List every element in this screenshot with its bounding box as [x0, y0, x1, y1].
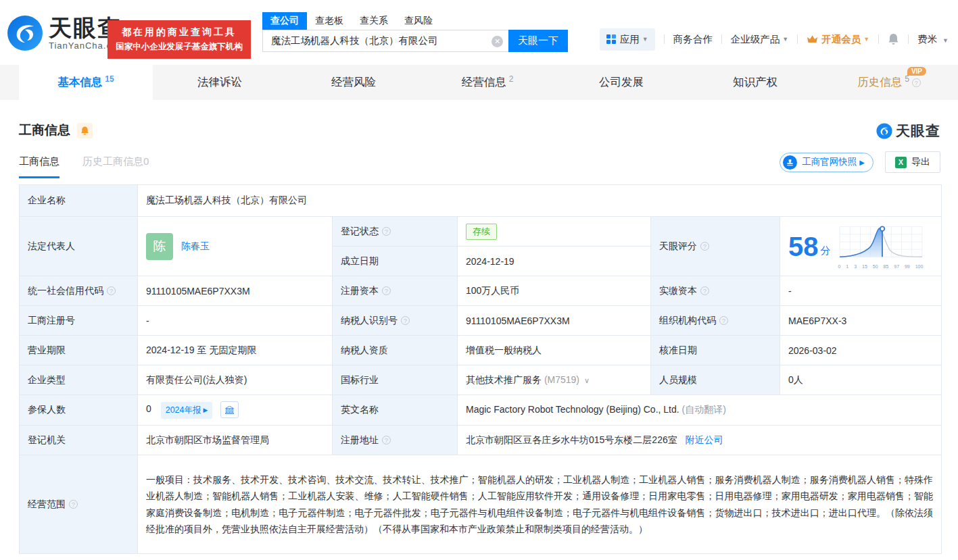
apps-menu[interactable]: 应用 ▼ [600, 28, 655, 51]
promo-banner: 都在用的商业查询工具 国家中小企业发展子基金旗下机构 [107, 20, 251, 59]
legal-rep-name-link[interactable]: 陈春玉 [181, 240, 210, 253]
tab-basic-info[interactable]: 基本信息 15 [19, 65, 153, 100]
reg-authority-label: 登记机关 [20, 426, 138, 455]
legal-rep-label: 法定代表人 [20, 217, 138, 276]
taxpayer-quality-label: 纳税人资质 [333, 336, 458, 365]
section-title: 工商信息 [19, 122, 70, 139]
export-button[interactable]: X 导出 [885, 151, 940, 173]
label-text: 注册资本 [341, 285, 379, 296]
label-text: 统一社会信用代码 [28, 285, 103, 296]
nearby-companies-link[interactable]: 附近公司 [686, 434, 723, 445]
reg-number-value: - [138, 306, 333, 336]
label-text: 纳税人识别号 [341, 315, 398, 326]
tab-history-info[interactable]: VIP 历史信息 5 ? [822, 65, 956, 100]
establish-date-value: 2024-12-19 [458, 247, 651, 276]
business-term-label: 营业期限 [20, 336, 138, 365]
tab-label: 公司发展 [599, 75, 644, 90]
help-icon[interactable]: ? [382, 436, 391, 444]
help-icon[interactable]: ? [382, 286, 391, 295]
taxpayer-id-value: 91110105MAE6P7XX3M [458, 306, 651, 336]
tab-company-development[interactable]: 公司发展 [554, 65, 688, 100]
credit-code-value: 91110105MAE6P7XX3M [138, 276, 333, 306]
reg-capital-value: 100万人民币 [458, 276, 651, 306]
help-icon[interactable]: ? [912, 78, 921, 87]
chevron-down-icon: ▼ [942, 37, 949, 44]
legal-rep-avatar[interactable]: 陈 [146, 233, 173, 260]
help-icon[interactable]: ? [107, 286, 116, 295]
search-button[interactable]: 天眼一下 [508, 30, 568, 52]
help-icon[interactable]: ? [382, 227, 391, 236]
top-nav: 应用 ▼ 商务合作 企业级产品 ▼ 开通会员 ▼ 费米 ▼ [600, 27, 949, 51]
clear-search-icon[interactable]: ✕ [492, 36, 503, 47]
apps-label: 应用 [620, 33, 640, 46]
tab-label: 知识产权 [733, 75, 777, 90]
stamp-icon [783, 155, 797, 170]
notification-bell-icon[interactable] [888, 33, 899, 45]
tab-legal-litigation[interactable]: 法律诉讼 [153, 65, 287, 100]
approval-date-label: 核准日期 [651, 336, 780, 365]
monitor-bell-button[interactable] [77, 123, 93, 138]
label-text: 注册地址 [341, 434, 379, 445]
social-insurance-icon-button[interactable] [220, 401, 239, 418]
business-info-table: 企业名称 魔法工场机器人科技（北京）有限公司 法定代表人 陈 陈春玉 登记状态?… [19, 184, 942, 554]
reg-address-text: 北京市朝阳区豆各庄乡水牛坊015号东楼二层226室 [466, 434, 677, 445]
vip-label: 开通会员 [821, 33, 861, 46]
paid-capital-label: 实缴资本? [651, 276, 780, 306]
subtab-history-business-info[interactable]: 历史工商信息0 [82, 155, 149, 178]
search-tab-company[interactable]: 查公司 [262, 12, 307, 30]
credit-code-label: 统一社会信用代码? [20, 276, 138, 306]
insured-value: 0 2024年报 ▶ [138, 395, 333, 426]
search-area: 查公司 查老板 查关系 查风险 ✕ 天眼一下 [262, 12, 568, 52]
legal-rep-cell: 陈 陈春玉 [138, 217, 333, 276]
search-type-tabs: 查公司 查老板 查关系 查风险 [262, 12, 568, 30]
tab-intellectual-property[interactable]: 知识产权 [688, 65, 822, 100]
tab-operation-info[interactable]: 经营信息 2 [421, 65, 554, 100]
nav-cooperation[interactable]: 商务合作 [673, 33, 713, 46]
company-type-label: 企业类型 [20, 365, 138, 395]
score-distribution-chart[interactable]: 01 315 5085 9799 100 [838, 224, 924, 269]
tianyancha-swirl-icon [876, 123, 892, 139]
search-tab-risk[interactable]: 查风险 [396, 12, 441, 30]
insured-count: 0 [146, 404, 151, 415]
score-cell: 58 分 [780, 217, 942, 276]
status-badge: 存续 [466, 224, 497, 240]
industry-code: (M7519) [544, 374, 579, 385]
site-header: 天眼查 TianYanCha.com 都在用的商业查询工具 国家中小企业发展子基… [0, 0, 958, 65]
approval-date-value: 2026-03-02 [780, 336, 942, 365]
reg-number-label: 工商注册号 [20, 306, 138, 336]
nav-enterprise-products[interactable]: 企业级产品 [731, 33, 780, 46]
org-code-label: 组织机构代码? [651, 306, 780, 336]
official-snapshot-button[interactable]: 工商官网快照 ▶ [780, 153, 873, 172]
tab-count: 5 [905, 74, 909, 84]
help-icon[interactable]: ? [719, 316, 728, 325]
main-tab-bar: 基本信息 15 法律诉讼 经营风险 经营信息 2 公司发展 知识产权 VIP 历… [0, 65, 958, 100]
auto-translate-note: (自动翻译) [682, 404, 726, 415]
nav-divider [908, 34, 909, 44]
search-tab-relation[interactable]: 查关系 [352, 12, 396, 30]
arrow-right-icon: ▶ [859, 159, 865, 166]
main-content: 工商信息 天眼查 工商信息 历史工商信息0 工商官网快照 ▶ X 导出 [0, 100, 958, 560]
score-marker [880, 226, 884, 231]
search-tab-boss[interactable]: 查老板 [307, 12, 352, 30]
help-icon[interactable]: ? [700, 286, 709, 295]
industry-label: 国标行业 [333, 365, 458, 395]
industry-value[interactable]: 其他技术推广服务 (M7519) ∨ [458, 365, 651, 395]
help-icon[interactable]: ? [69, 500, 78, 509]
user-menu[interactable]: 费米 ▼ [917, 33, 949, 46]
username: 费米 [917, 34, 937, 45]
search-input[interactable] [263, 30, 508, 51]
english-name-value: Magic Factory Robot Technology (Beijing)… [458, 395, 942, 426]
subtab-business-info[interactable]: 工商信息 [19, 155, 59, 178]
label-text: 天眼评分 [659, 240, 697, 251]
industry-text: 其他技术推广服务 [466, 374, 542, 385]
banner-line2: 国家中小企业发展子基金旗下机构 [116, 41, 243, 53]
snapshot-label: 工商官网快照 [802, 156, 857, 168]
open-vip-link[interactable]: 开通会员 ▼ [807, 33, 869, 46]
help-icon[interactable]: ? [700, 242, 709, 251]
watermark-logo: 天眼查 [876, 122, 940, 141]
annual-report-badge[interactable]: 2024年报 ▶ [161, 402, 213, 419]
taxpayer-quality-value: 增值税一般纳税人 [458, 336, 651, 365]
help-icon[interactable]: ? [401, 316, 410, 325]
tab-operation-risk[interactable]: 经营风险 [287, 65, 421, 100]
label-text: 组织机构代码 [659, 315, 716, 326]
